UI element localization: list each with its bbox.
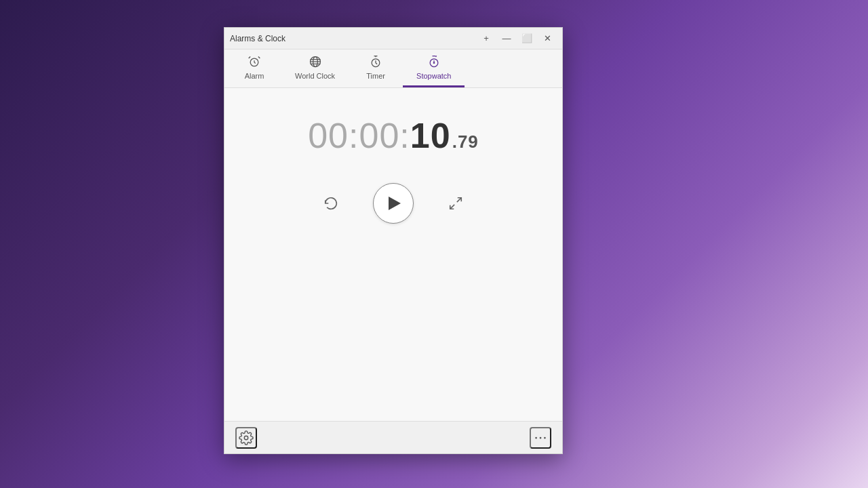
stopwatch-display: 00 : 00 : 10 .79 <box>308 115 479 156</box>
settings-icon <box>239 430 254 445</box>
title-bar: Alarms & Clock + — ⬜ ✕ <box>224 28 562 49</box>
tab-stopwatch[interactable]: Stopwatch <box>403 49 465 87</box>
stopwatch-sep2: : <box>399 115 410 156</box>
title-bar-buttons: + — ⬜ ✕ <box>477 29 557 48</box>
settings-button[interactable] <box>235 427 257 449</box>
reset-icon <box>323 196 338 211</box>
play-button[interactable] <box>373 183 414 224</box>
timer-icon <box>369 55 382 70</box>
more-icon <box>533 430 548 445</box>
stopwatch-minutes: 00 <box>359 115 400 156</box>
play-icon <box>389 197 401 210</box>
expand-button[interactable] <box>441 188 471 218</box>
minimize-button[interactable]: — <box>497 29 516 48</box>
bottom-bar <box>224 421 562 453</box>
alarm-icon <box>248 55 261 70</box>
world-clock-icon <box>309 55 322 70</box>
more-button[interactable] <box>530 427 551 449</box>
tab-alarm-label: Alarm <box>245 72 264 80</box>
maximize-button[interactable]: ⬜ <box>517 29 536 48</box>
svg-point-12 <box>544 436 546 439</box>
tab-stopwatch-label: Stopwatch <box>416 72 451 80</box>
stopwatch-icon <box>427 55 441 70</box>
app-window: Alarms & Clock + — ⬜ ✕ Alarm <box>224 27 563 454</box>
app-title: Alarms & Clock <box>230 34 285 43</box>
tab-timer-label: Timer <box>366 72 385 80</box>
stopwatch-seconds: 10 <box>410 115 451 156</box>
svg-point-11 <box>540 436 542 439</box>
tab-world-clock[interactable]: World Clock <box>281 49 349 87</box>
tab-world-clock-label: World Clock <box>295 72 335 80</box>
controls <box>316 183 471 224</box>
stopwatch-sep1: : <box>349 115 359 156</box>
reset-button[interactable] <box>316 188 346 218</box>
svg-point-10 <box>535 436 537 439</box>
tab-bar: Alarm World Clock <box>224 49 562 88</box>
content-area: 00 : 00 : 10 .79 <box>224 88 562 421</box>
tab-timer[interactable]: Timer <box>349 49 403 87</box>
new-tab-button[interactable]: + <box>477 29 496 48</box>
expand-icon <box>448 196 463 211</box>
title-bar-left: Alarms & Clock <box>230 34 285 43</box>
tab-alarm[interactable]: Alarm <box>227 49 281 87</box>
close-button[interactable]: ✕ <box>538 29 557 48</box>
stopwatch-millis: .79 <box>452 131 479 152</box>
svg-point-8 <box>433 62 435 64</box>
svg-point-9 <box>244 436 248 440</box>
stopwatch-hours: 00 <box>308 115 349 156</box>
